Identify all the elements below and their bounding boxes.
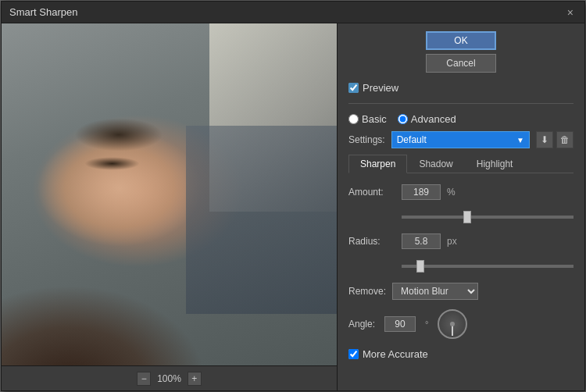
- divider-1: [348, 103, 573, 104]
- settings-value: Default: [397, 134, 427, 145]
- dialog-body: − 100% + OK Cancel Preview Basi: [2, 23, 584, 390]
- controls-panel: OK Cancel Preview Basic Advanced: [338, 23, 584, 390]
- preview-label[interactable]: Preview: [363, 82, 398, 94]
- tabs-container: Sharpen Shadow Highlight: [348, 155, 573, 173]
- advanced-radio[interactable]: [398, 114, 408, 124]
- radius-row: Radius: px: [348, 233, 573, 249]
- amount-label: Amount:: [348, 187, 395, 198]
- more-accurate-checkbox[interactable]: [348, 349, 359, 359]
- zoom-in-button[interactable]: +: [188, 372, 202, 386]
- image-canvas: [2, 23, 337, 365]
- tab-highlight[interactable]: Highlight: [465, 155, 525, 173]
- delete-preset-button[interactable]: 🗑: [556, 131, 573, 148]
- image-preview-area[interactable]: [2, 23, 337, 365]
- action-buttons: OK Cancel: [348, 31, 573, 73]
- trash-icon: 🗑: [560, 134, 570, 145]
- background-layer: [186, 126, 337, 314]
- remove-label: Remove:: [348, 286, 386, 297]
- more-accurate-label[interactable]: More Accurate: [363, 348, 428, 360]
- angle-unit: °: [425, 319, 428, 329]
- basic-label[interactable]: Basic: [362, 113, 387, 125]
- tab-shadow[interactable]: Shadow: [407, 155, 464, 173]
- settings-icons: ⬇ 🗑: [536, 131, 573, 148]
- cancel-button[interactable]: Cancel: [426, 54, 496, 73]
- radius-label: Radius:: [348, 236, 395, 247]
- preview-checkbox[interactable]: [348, 83, 359, 93]
- tab-sharpen[interactable]: Sharpen: [348, 155, 407, 173]
- advanced-label[interactable]: Advanced: [411, 113, 456, 125]
- radius-slider-row: [348, 258, 573, 270]
- amount-unit: %: [447, 187, 456, 198]
- preview-footer: − 100% +: [2, 365, 337, 390]
- basic-radio[interactable]: [348, 114, 359, 124]
- angle-row: Angle: °: [348, 309, 573, 339]
- basic-option: Basic: [348, 113, 387, 125]
- save-preset-button[interactable]: ⬇: [536, 131, 553, 148]
- amount-slider-wrapper: [402, 209, 573, 221]
- title-bar: Smart Sharpen ×: [2, 2, 584, 23]
- radius-unit: px: [447, 236, 457, 247]
- advanced-option: Advanced: [398, 113, 456, 125]
- eyelashes-layer: [62, 143, 163, 184]
- remove-select[interactable]: Gaussian Blur Lens Blur Motion Blur: [392, 283, 478, 300]
- ok-button[interactable]: OK: [426, 31, 496, 50]
- angle-label: Angle:: [348, 319, 375, 330]
- amount-row: Amount: %: [348, 184, 573, 200]
- radius-slider-wrapper: [402, 258, 573, 270]
- smart-sharpen-dialog: Smart Sharpen × − 100: [1, 1, 585, 391]
- amount-slider-row: [348, 209, 573, 221]
- radius-input[interactable]: [402, 233, 441, 249]
- amount-slider[interactable]: [402, 216, 573, 219]
- dialog-title: Smart Sharpen: [9, 6, 77, 18]
- remove-row: Remove: Gaussian Blur Lens Blur Motion B…: [348, 283, 573, 300]
- preview-panel: − 100% +: [2, 23, 338, 390]
- radius-slider[interactable]: [402, 265, 573, 268]
- more-accurate-row: More Accurate: [348, 348, 573, 360]
- settings-row: Settings: Default ▼ ⬇ 🗑: [348, 131, 573, 148]
- preview-checkbox-row: Preview: [348, 82, 573, 94]
- settings-label: Settings:: [348, 134, 385, 145]
- amount-input[interactable]: [402, 184, 441, 200]
- angle-dial[interactable]: [438, 309, 467, 339]
- angle-input[interactable]: [384, 316, 416, 332]
- mode-radio-row: Basic Advanced: [348, 113, 573, 125]
- chevron-down-icon: ▼: [516, 136, 524, 144]
- zoom-value: 100%: [157, 373, 181, 384]
- zoom-out-button[interactable]: −: [137, 372, 151, 386]
- dial-indicator: [452, 325, 453, 336]
- save-icon: ⬇: [541, 134, 548, 145]
- close-button[interactable]: ×: [564, 7, 577, 18]
- settings-dropdown[interactable]: Default ▼: [391, 131, 530, 148]
